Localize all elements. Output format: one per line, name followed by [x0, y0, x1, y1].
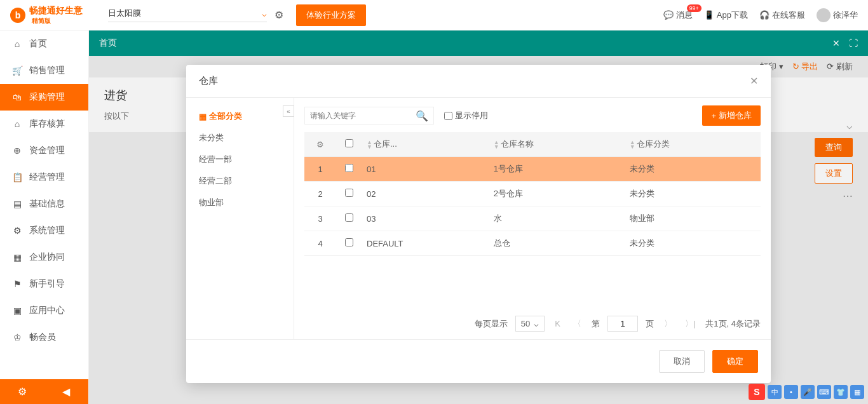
search-input[interactable]: [305, 107, 410, 124]
logo-icon: b: [10, 8, 25, 23]
name-column[interactable]: ▲▼仓库名称: [489, 132, 625, 157]
table-row[interactable]: 2 02 2号仓库 未分类: [304, 182, 761, 206]
ime-mic-icon[interactable]: 🎤: [801, 385, 815, 399]
phone-icon: 📱: [704, 10, 714, 20]
select-all-checkbox[interactable]: [345, 139, 353, 147]
sidebar-item-purchase[interactable]: 🛍采购管理: [0, 84, 88, 111]
table-row[interactable]: 1 01 1号仓库 未分类: [304, 157, 761, 182]
modal-title: 仓库: [199, 75, 218, 87]
online-service-link[interactable]: 🎧 在线客服: [759, 10, 805, 21]
sidebar-item-system[interactable]: ⚙系统管理: [0, 217, 88, 244]
table-row[interactable]: 4 DEFAULT 总仓 未分类: [304, 231, 761, 256]
messages-link[interactable]: 💬 消息 99+: [663, 10, 693, 21]
app-download-link[interactable]: 📱 App下载: [704, 10, 748, 21]
confirm-button[interactable]: 确定: [712, 350, 758, 373]
row-checkbox[interactable]: [345, 189, 353, 197]
collapse-button[interactable]: ◀: [44, 379, 89, 404]
close-icon[interactable]: ✕: [750, 75, 758, 87]
message-icon: 💬: [663, 10, 674, 20]
sidebar-item-sales[interactable]: 🛒销售管理: [0, 57, 88, 84]
ime-toolbox-icon[interactable]: ▦: [850, 385, 864, 399]
row-checkbox[interactable]: [345, 238, 353, 246]
pagination: 每页显示 50⌵ K 〈 第 页 〉 〉| 共1页, 4条记录: [304, 306, 761, 332]
sidebar-item-home[interactable]: ⌂首页: [0, 30, 88, 57]
code-column[interactable]: ▲▼仓库...: [362, 132, 489, 157]
logo[interactable]: b 畅捷通好生意 精简版: [10, 5, 83, 25]
page-input[interactable]: [607, 316, 638, 332]
table-toolbar: 🔍 显示停用 +新增仓库: [304, 105, 761, 126]
trial-button[interactable]: 体验行业方案: [296, 4, 366, 26]
org-select[interactable]: 日太阳膜 ⌵: [108, 8, 267, 22]
category-item[interactable]: 未分类: [186, 127, 294, 149]
ime-punct-icon[interactable]: •: [784, 385, 798, 399]
next-page-button[interactable]: 〉: [661, 318, 675, 330]
chevron-down-icon: ⌵: [262, 9, 267, 18]
sort-icon: ▲▼: [630, 140, 635, 149]
ime-lang-icon[interactable]: 中: [768, 385, 782, 399]
avatar-icon: [817, 8, 831, 22]
search-icon[interactable]: 🔍: [410, 110, 433, 122]
cancel-button[interactable]: 取消: [659, 350, 705, 373]
sidebar-item-finance[interactable]: ⊕资金管理: [0, 137, 88, 164]
page-size-select[interactable]: 50⌵: [515, 316, 545, 332]
category-item[interactable]: 经营二部: [186, 170, 294, 192]
info-icon: ▤: [11, 199, 23, 209]
search-box: 🔍: [304, 107, 434, 125]
sidebar: ⌂首页 🛒销售管理 🛍采购管理 ⌂库存核算 ⊕资金管理 📋经营管理 ▤基础信息 …: [0, 30, 89, 404]
sidebar-item-operation[interactable]: 📋经营管理: [0, 164, 88, 191]
sidebar-bottom: ⚙ ◀: [0, 379, 88, 404]
plus-icon: +: [711, 111, 716, 121]
sidebar-item-enterprise[interactable]: ▦企业协同: [0, 244, 88, 271]
user-menu[interactable]: 徐泽华: [817, 8, 858, 22]
warehouse-table: ⚙ ▲▼仓库... ▲▼仓库名称 ▲▼仓库分类 1: [304, 132, 761, 256]
top-header: b 畅捷通好生意 精简版 日太阳膜 ⌵ ⚙ 体验行业方案 💬 消息 99+ 📱 …: [0, 0, 868, 30]
row-checkbox[interactable]: [345, 213, 353, 222]
clipboard-icon: 📋: [11, 172, 23, 182]
chevron-down-icon: ⌵: [534, 319, 539, 328]
vip-icon: ♔: [11, 332, 23, 342]
gear-column[interactable]: ⚙: [304, 132, 336, 157]
home-icon: ⌂: [11, 39, 23, 49]
collapse-panel-icon[interactable]: «: [283, 105, 294, 117]
ime-keyboard-icon[interactable]: ⌨: [817, 385, 831, 399]
first-page-button[interactable]: K: [552, 319, 563, 328]
logo-sub: 精简版: [32, 17, 83, 25]
category-all[interactable]: ▦全部分类: [186, 105, 294, 127]
checkbox[interactable]: [444, 112, 452, 120]
table-panel: 🔍 显示停用 +新增仓库 ⚙: [294, 98, 771, 339]
settings-button[interactable]: ⚙: [0, 379, 44, 404]
last-page-button[interactable]: 〉|: [682, 318, 698, 330]
ime-s-icon[interactable]: S: [749, 384, 765, 400]
flag-icon: ⚑: [11, 279, 23, 289]
per-page-label: 每页显示: [475, 318, 508, 330]
sidebar-item-guide[interactable]: ⚑新手引导: [0, 271, 88, 297]
sidebar-item-apps[interactable]: ▣应用中心: [0, 297, 88, 324]
show-disabled-checkbox[interactable]: 显示停用: [444, 110, 488, 121]
sidebar-item-basic[interactable]: ▤基础信息: [0, 191, 88, 217]
select-all-column: [336, 132, 362, 157]
building-icon: ▦: [11, 252, 23, 262]
sort-icon: ▲▼: [367, 140, 372, 149]
cart-icon: 🛒: [11, 65, 23, 76]
message-badge: 99+: [687, 4, 702, 12]
sort-icon: ▲▼: [494, 140, 499, 149]
gear-icon[interactable]: ⚙: [275, 9, 283, 21]
category-item[interactable]: 经营一部: [186, 149, 294, 170]
category-item[interactable]: 物业部: [186, 192, 294, 213]
table-row[interactable]: 3 03 水 物业部: [304, 206, 761, 231]
category-panel: « ▦全部分类 未分类 经营一部 经营二部 物业部: [186, 98, 294, 339]
modal-overlay: 仓库 ✕ « ▦全部分类 未分类 经营一部 经营二部 物业部: [89, 30, 868, 404]
sidebar-item-inventory[interactable]: ⌂库存核算: [0, 111, 88, 137]
ime-toolbar: S 中 • 🎤 ⌨ 👕 ▦: [749, 384, 864, 400]
add-warehouse-button[interactable]: +新增仓库: [702, 105, 761, 126]
username: 徐泽华: [833, 10, 858, 21]
category-column[interactable]: ▲▼仓库分类: [625, 132, 761, 157]
main-area: 首页 ✕ ⛶ 打印 ▾ ↻ 导出 ⟳ 刷新 进货 按以下 ⌵ 查询 设置 ⋯ 仓…: [89, 30, 868, 404]
prev-page-button[interactable]: 〈: [571, 318, 584, 330]
row-checkbox[interactable]: [345, 164, 353, 172]
sidebar-item-member[interactable]: ♔畅会员: [0, 324, 88, 351]
page-summary: 共1页, 4条记录: [705, 318, 761, 330]
org-name: 日太阳膜: [108, 8, 141, 19]
headset-icon: 🎧: [759, 10, 770, 20]
ime-skin-icon[interactable]: 👕: [834, 385, 848, 399]
